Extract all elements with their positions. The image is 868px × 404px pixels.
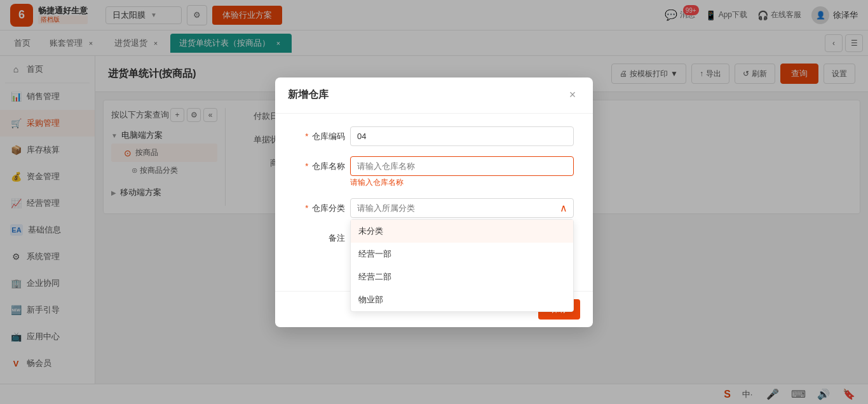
category-dropdown-arrow[interactable]: ∧	[560, 202, 567, 214]
name-label: * 仓库名称	[294, 156, 345, 172]
name-required: *	[305, 161, 308, 171]
remark-label: 备注	[294, 228, 345, 244]
dropdown-item-dept1[interactable]: 经营一部	[351, 243, 573, 266]
code-label: * 仓库编码	[294, 126, 345, 142]
modal-header: 新增仓库 ×	[275, 77, 593, 114]
name-error-msg: 请输入仓库名称	[350, 177, 574, 188]
code-input[interactable]	[350, 126, 574, 146]
category-dropdown: 未分类 经营一部 经营二部 物业部	[350, 219, 574, 312]
dropdown-item-property[interactable]: 物业部	[351, 288, 573, 311]
code-field-row: * 仓库编码	[294, 126, 574, 146]
code-required: *	[305, 131, 308, 141]
category-label: * 仓库分类	[294, 198, 345, 214]
modal-overlay: 新增仓库 × * 仓库编码 * 仓库名称	[0, 0, 868, 404]
dropdown-item-none[interactable]: 未分类	[351, 220, 573, 243]
category-input[interactable]	[350, 198, 574, 218]
name-control: 请输入仓库名称	[350, 156, 574, 188]
cat-required: *	[305, 203, 308, 213]
category-field-row: * 仓库分类 ∧ 未分类 经营一部 经营二部 物业部	[294, 198, 574, 218]
code-control	[350, 126, 574, 146]
dropdown-item-dept2[interactable]: 经营二部	[351, 266, 573, 288]
modal-title: 新增仓库	[288, 88, 329, 102]
modal-body: * 仓库编码 * 仓库名称 请输入仓库名称	[275, 114, 593, 291]
name-input[interactable]	[350, 156, 574, 176]
name-field-row: * 仓库名称 请输入仓库名称	[294, 156, 574, 188]
modal-close-button[interactable]: ×	[565, 88, 580, 103]
modal-warehouse: 新增仓库 × * 仓库编码 * 仓库名称	[275, 77, 593, 327]
category-control: ∧ 未分类 经营一部 经营二部 物业部	[350, 198, 574, 218]
